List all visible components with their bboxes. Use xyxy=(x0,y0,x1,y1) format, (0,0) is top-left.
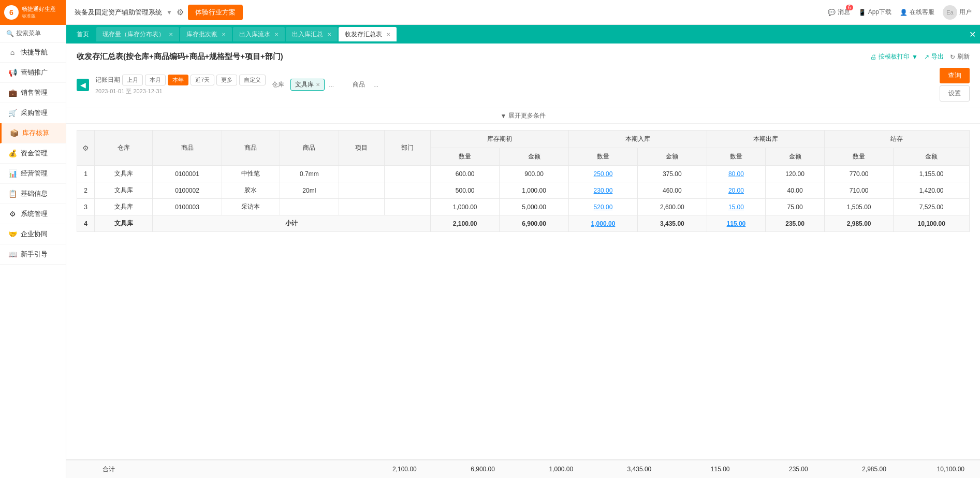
goods-more-button[interactable]: ... xyxy=(371,80,381,90)
th-goods-spec: 商品 xyxy=(280,131,339,166)
date-7days-btn[interactable]: 近7天 xyxy=(191,75,214,85)
operation-icon: 📊 xyxy=(8,169,17,178)
tab-batch-ledger[interactable]: 库存批次账 ✕ xyxy=(180,27,232,41)
page-title: 收发存汇总表(按仓库+商品编码+商品+规格型号+项目+部门) xyxy=(77,52,283,62)
table-row: 1 文具库 0100001 中性笔 0.7mm 600.00 900.00 25… xyxy=(77,166,970,182)
tab-label: 库存批次账 xyxy=(186,30,217,39)
date-more-btn[interactable]: 更多 xyxy=(216,75,237,85)
page-actions: 🖨 按模板打印 ▼ ↗ 导出 ↻ 刷新 xyxy=(870,52,970,61)
cell-no: 2 xyxy=(77,182,95,199)
footer-bal-amt: 10,100.00 xyxy=(891,466,970,473)
filter-bar: ◀ 记账日期 上月 本月 本年 近7天 更多 自定义 2023-01-01 至 … xyxy=(66,62,980,108)
sidebar-item-basic[interactable]: 📋 基础信息 xyxy=(0,184,66,204)
tab-in-out-summary[interactable]: 出入库汇总 ✕ xyxy=(286,27,338,41)
cell-dept xyxy=(385,166,431,182)
cell-in-qty[interactable]: 520.00 xyxy=(568,199,637,215)
cell-warehouse: 文具库 xyxy=(95,182,153,199)
subtotal-in-qty-link[interactable]: 1,000.00 xyxy=(591,220,616,227)
search-menu[interactable]: 🔍 搜索菜单 xyxy=(0,25,66,42)
date-cur-month-btn[interactable]: 本月 xyxy=(145,75,166,85)
warehouse-more-button[interactable]: ... xyxy=(327,80,336,90)
in-qty-link[interactable]: 250.00 xyxy=(594,170,613,178)
cell-subtotal-warehouse: 文具库 xyxy=(95,215,153,232)
user-avatar: Ea xyxy=(943,5,957,20)
trial-button[interactable]: 体验行业方案 xyxy=(188,5,243,20)
cell-bal-amt: 7,525.00 xyxy=(894,199,970,215)
table-row: 2 文具库 0100002 胶水 20ml 500.00 1,000.00 23… xyxy=(77,182,970,199)
sidebar-item-finance[interactable]: 💰 资金管理 xyxy=(0,143,66,164)
in-qty-link[interactable]: 230.00 xyxy=(594,187,613,194)
settings-icon[interactable]: ⚙ xyxy=(177,7,184,17)
export-button[interactable]: ↗ 导出 xyxy=(924,52,944,61)
refresh-icon: ↻ xyxy=(950,53,955,61)
setting-button[interactable]: 设置 xyxy=(940,85,970,102)
cell-subtotal-in-qty[interactable]: 1,000.00 xyxy=(568,215,637,232)
subtotal-out-qty-link[interactable]: 115.00 xyxy=(727,220,746,227)
cell-in-qty[interactable]: 230.00 xyxy=(568,182,637,199)
out-qty-link[interactable]: 20.00 xyxy=(728,187,744,194)
refresh-button[interactable]: ↻ 刷新 xyxy=(950,52,970,61)
cell-in-qty[interactable]: 250.00 xyxy=(568,166,637,182)
tab-close-icon[interactable]: ✕ xyxy=(327,32,331,37)
purchase-icon: 🛒 xyxy=(8,109,17,117)
sidebar-item-purchase[interactable]: 🛒 采购管理 xyxy=(0,103,66,123)
cell-project xyxy=(339,199,385,215)
system-icon: ⚙ xyxy=(8,210,17,218)
sidebar-item-operation[interactable]: 📊 经营管理 xyxy=(0,164,66,184)
sidebar-item-marketing[interactable]: 📢 营销推广 xyxy=(0,63,66,83)
sidebar-item-guide[interactable]: 📖 新手引导 xyxy=(0,244,66,265)
date-prev-month-btn[interactable]: 上月 xyxy=(122,75,143,85)
app-download-button[interactable]: 📱 App下载 xyxy=(858,8,891,17)
cell-out-qty[interactable]: 15.00 xyxy=(707,199,766,215)
date-cur-year-btn[interactable]: 本年 xyxy=(168,75,188,85)
in-qty-link[interactable]: 520.00 xyxy=(594,204,613,211)
tab-close-icon[interactable]: ✕ xyxy=(386,32,390,37)
footer-out-amt: 235.00 xyxy=(735,466,813,473)
warehouse-tag-remove-icon[interactable]: ✕ xyxy=(316,82,320,88)
cell-subtotal-no: 4 xyxy=(77,215,95,232)
marketing-icon: 📢 xyxy=(8,68,17,77)
tab-home[interactable]: 首页 xyxy=(70,27,95,41)
expand-down-icon: ▼ xyxy=(501,112,507,120)
online-service-button[interactable]: 👤 在线客服 xyxy=(900,8,934,17)
cell-goods-spec xyxy=(280,199,339,215)
out-qty-link[interactable]: 15.00 xyxy=(728,204,744,211)
system-dropdown-icon[interactable]: ▼ xyxy=(166,9,172,16)
cell-subtotal-out-qty[interactable]: 115.00 xyxy=(707,215,766,232)
sidebar-item-label: 营销推广 xyxy=(21,68,48,77)
query-button[interactable]: 查询 xyxy=(940,68,970,83)
tab-bar-close-icon[interactable]: ✕ xyxy=(969,30,976,39)
cell-out-qty[interactable]: 80.00 xyxy=(707,166,766,182)
tab-inventory-distribution[interactable]: 现存量（库存分布表） ✕ xyxy=(96,27,179,41)
tab-close-icon[interactable]: ✕ xyxy=(274,32,279,37)
out-qty-link[interactable]: 80.00 xyxy=(728,170,744,178)
cell-open-qty: 1,000.00 xyxy=(430,199,499,215)
tab-close-icon[interactable]: ✕ xyxy=(222,32,226,37)
date-custom-btn[interactable]: 自定义 xyxy=(239,75,266,85)
cell-goods-code: 0100003 xyxy=(153,199,222,215)
expand-more-button[interactable]: ▼ 展开更多条件 xyxy=(501,111,546,120)
sidebar-item-cooperation[interactable]: 🤝 企业协同 xyxy=(0,224,66,244)
sidebar-item-inventory[interactable]: 📦 库存核算 xyxy=(0,123,66,143)
cell-project xyxy=(339,182,385,199)
user-menu[interactable]: Ea 用户 xyxy=(943,5,972,20)
sidebar-item-sales[interactable]: 💼 销售管理 xyxy=(0,83,66,103)
message-button[interactable]: 💬 消息 6 xyxy=(828,8,850,17)
print-button[interactable]: 🖨 按模板打印 ▼ xyxy=(870,52,918,61)
sidebar-item-quick-nav[interactable]: ⌂ 快捷导航 xyxy=(0,42,66,63)
cell-out-qty[interactable]: 20.00 xyxy=(707,182,766,199)
filter-expand-button[interactable]: ◀ xyxy=(77,79,89,91)
th-settings: ⚙ xyxy=(77,131,95,166)
expand-more-label: 展开更多条件 xyxy=(508,111,546,120)
cell-no: 3 xyxy=(77,199,95,215)
header: 装备及固定资产辅助管理系统 ▼ ⚙ 体验行业方案 💬 消息 6 📱 App下载 … xyxy=(66,0,980,25)
cell-subtotal-label: 小计 xyxy=(153,215,431,232)
tab-in-out-flow[interactable]: 出入库流水 ✕ xyxy=(233,27,285,41)
table-settings-icon[interactable]: ⚙ xyxy=(82,144,89,152)
home-icon: ⌂ xyxy=(8,48,17,56)
th-in-qty: 数量 xyxy=(568,148,637,166)
tab-close-icon[interactable]: ✕ xyxy=(169,32,173,37)
tab-receipt-summary[interactable]: 收发存汇总表 ✕ xyxy=(339,27,397,41)
th-balance-group: 结存 xyxy=(824,131,969,148)
sidebar-item-system[interactable]: ⚙ 系统管理 xyxy=(0,204,66,224)
